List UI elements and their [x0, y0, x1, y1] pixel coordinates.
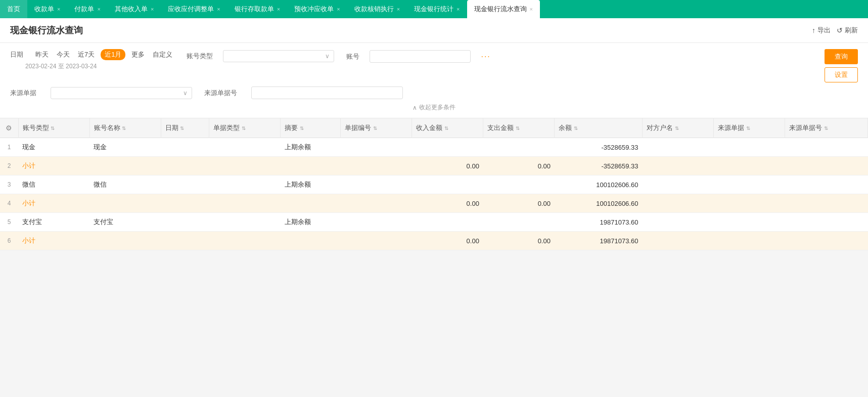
col-label: 账号名称	[94, 124, 120, 131]
nav-close-icon[interactable]: ×	[277, 6, 280, 12]
cell-doc_no	[341, 232, 412, 250]
page-title: 现金银行流水查询	[10, 24, 83, 36]
cell-date	[161, 138, 209, 157]
right-buttons: 查询 设置	[825, 49, 858, 82]
cell-acct_name	[89, 232, 161, 250]
gear-icon[interactable]: ⚙	[6, 124, 12, 132]
col-header-counterpart[interactable]: 对方户名 ⇅	[642, 118, 713, 138]
col-header-date[interactable]: 日期 ⇅	[161, 118, 209, 138]
nav-item-付款单[interactable]: 付款单×	[67, 0, 107, 18]
col-header-acct_name[interactable]: 账号名称 ⇅	[89, 118, 161, 138]
date-shortcut-今天[interactable]: 今天	[55, 49, 72, 60]
col-header-balance[interactable]: 余额 ⇅	[555, 118, 643, 138]
cell-income	[412, 213, 483, 232]
col-header-acct_type[interactable]: 账号类型 ⇅	[18, 118, 89, 138]
refresh-button[interactable]: ↺ 刷新	[837, 26, 858, 35]
source-doc-label: 来源单据	[10, 89, 36, 98]
cell-idx: 1	[0, 138, 18, 157]
cell-summary: 上期余额	[281, 213, 341, 232]
cell-acct_type: 现金	[18, 138, 89, 157]
cell-src_doc_no	[785, 157, 868, 175]
cell-summary: 上期余额	[281, 138, 341, 157]
col-header-src_doc_no[interactable]: 来源单据号 ⇅	[785, 118, 868, 138]
cell-balance: -3528659.33	[555, 157, 643, 175]
col-header-doc_no[interactable]: 单据编号 ⇅	[341, 118, 412, 138]
nav-label: 其他收入单	[115, 5, 148, 14]
nav-close-icon[interactable]: ×	[217, 6, 220, 12]
nav-label: 收款单	[34, 5, 54, 14]
nav-item-银行存取款单[interactable]: 银行存取款单×	[227, 0, 287, 18]
col-header-idx[interactable]: ⚙	[0, 118, 18, 138]
nav-close-icon[interactable]: ×	[456, 6, 460, 12]
nav-close-icon[interactable]: ×	[151, 6, 154, 12]
nav-label: 首页	[7, 5, 20, 14]
date-range-text: 2023-02-24 至 2023-03-24	[25, 62, 174, 71]
account-dots-btn[interactable]: ···	[481, 52, 490, 61]
nav-close-icon[interactable]: ×	[530, 6, 533, 12]
nav-close-icon[interactable]: ×	[57, 6, 60, 12]
cell-summary	[281, 232, 341, 250]
sort-icon: ⇅	[242, 125, 246, 131]
cell-doc_type	[209, 175, 281, 194]
date-shortcut-更多[interactable]: 更多	[129, 49, 147, 60]
source-doc-no-input[interactable]	[251, 86, 403, 99]
cell-acct_type: 小计	[18, 194, 89, 213]
nav-item-其他收入单[interactable]: 其他收入单×	[108, 0, 161, 18]
date-shortcut-近1月[interactable]: 近1月	[101, 49, 125, 60]
source-doc-select[interactable]: ∨	[51, 87, 192, 99]
top-navigation: 首页收款单×付款单×其他收入单×应收应付调整单×银行存取款单×预收冲应收单×收款…	[0, 0, 868, 18]
col-label: 收入金额	[416, 124, 442, 131]
nav-item-现金银行统计[interactable]: 现金银行统计×	[407, 0, 467, 18]
table-row: 1现金现金上期余额-3528659.33	[0, 138, 868, 157]
nav-item-预收冲应收单[interactable]: 预收冲应收单×	[287, 0, 347, 18]
cell-src_doc_no	[785, 194, 868, 213]
col-header-expense[interactable]: 支出金额 ⇅	[483, 118, 555, 138]
nav-item-现金银行流水查询[interactable]: 现金银行流水查询×	[467, 0, 540, 18]
collapse-bar[interactable]: ∧ 收起更多条件	[10, 103, 858, 112]
sort-icon: ⇅	[51, 125, 55, 131]
cell-balance: 19871073.60	[555, 213, 643, 232]
query-button[interactable]: 查询	[825, 49, 858, 64]
nav-item-首页[interactable]: 首页	[0, 0, 27, 18]
filter-area: 日期 昨天今天近7天近1月更多自定义 2023-02-24 至 2023-03-…	[0, 43, 868, 118]
cell-counterpart	[642, 175, 713, 194]
refresh-label: 刷新	[845, 26, 858, 35]
cell-src_doc	[714, 194, 785, 213]
cell-counterpart	[642, 213, 713, 232]
nav-close-icon[interactable]: ×	[97, 6, 100, 12]
table-body: 1现金现金上期余额-3528659.332小计0.000.00-3528659.…	[0, 138, 868, 250]
cell-date	[161, 213, 209, 232]
cell-balance: 100102606.60	[555, 194, 643, 213]
refresh-icon: ↺	[837, 26, 843, 34]
nav-item-收款单[interactable]: 收款单×	[27, 0, 67, 18]
date-shortcut-自定义[interactable]: 自定义	[151, 49, 174, 60]
cell-income	[412, 138, 483, 157]
col-label: 支出金额	[487, 124, 514, 131]
col-header-income[interactable]: 收入金额 ⇅	[412, 118, 483, 138]
nav-label: 现金银行统计	[414, 5, 453, 14]
nav-label: 现金银行流水查询	[474, 5, 527, 14]
account-type-select[interactable]: ∨	[223, 50, 334, 62]
date-shortcut-近7天[interactable]: 近7天	[76, 49, 97, 60]
collapse-up-icon: ∧	[413, 104, 417, 111]
cell-idx: 6	[0, 232, 18, 250]
nav-close-icon[interactable]: ×	[337, 6, 340, 12]
cell-counterpart	[642, 138, 713, 157]
col-header-src_doc[interactable]: 来源单据 ⇅	[714, 118, 785, 138]
col-label: 账号类型	[23, 124, 49, 131]
nav-item-收款核销执行[interactable]: 收款核销执行×	[347, 0, 407, 18]
col-header-summary[interactable]: 摘要 ⇅	[281, 118, 341, 138]
nav-label: 应收应付调整单	[168, 5, 214, 14]
nav-close-icon[interactable]: ×	[397, 6, 400, 12]
nav-item-应收应付调整单[interactable]: 应收应付调整单×	[161, 0, 227, 18]
col-header-doc_type[interactable]: 单据类型 ⇅	[209, 118, 281, 138]
account-input[interactable]	[370, 50, 471, 63]
sort-icon: ⇅	[824, 125, 828, 131]
cell-doc_no	[341, 213, 412, 232]
date-shortcut-昨天[interactable]: 昨天	[33, 49, 51, 60]
settings-button[interactable]: 设置	[825, 67, 858, 82]
source-doc-chevron-icon: ∨	[183, 90, 188, 97]
cell-income	[412, 175, 483, 194]
export-button[interactable]: ↑ 导出	[812, 26, 831, 35]
cell-acct_type: 微信	[18, 175, 89, 194]
